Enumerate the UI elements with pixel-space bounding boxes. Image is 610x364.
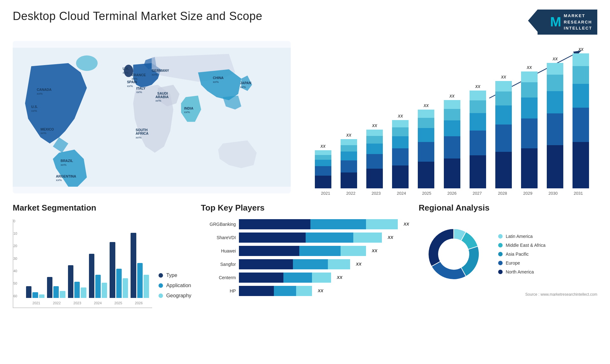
players-list: GRGBankingXXShareVDIXXHuaweiXXSangforXXC… [201, 219, 409, 296]
player-xx-label: XX [372, 248, 377, 253]
player-name: Sangfor [201, 262, 236, 267]
seg-bar [102, 283, 107, 298]
svg-text:xx%: xx% [41, 131, 47, 135]
player-xx-label: XX [403, 222, 409, 226]
regional-legend-item: Latin America [498, 234, 546, 239]
page-header: Desktop Cloud Terminal Market Size and S… [13, 10, 597, 35]
bar-segment [573, 142, 589, 188]
seg-x-label: 2022 [53, 301, 61, 305]
seg-bar [74, 282, 80, 298]
svg-text:xx%: xx% [136, 90, 142, 94]
bar-segment [392, 127, 409, 136]
bar-segment [470, 155, 486, 188]
svg-text:xx%: xx% [127, 84, 133, 87]
bar-segment [366, 169, 383, 188]
bar-segment [366, 136, 383, 144]
seg-y-label: 10 [13, 232, 17, 235]
bar-segment [315, 150, 331, 155]
regional-dot [498, 270, 503, 274]
logo-m-icon: M [550, 14, 561, 30]
player-name: Centerm [201, 275, 236, 280]
bar-segment [547, 91, 563, 113]
seg-x-label: 2025 [114, 301, 122, 305]
seg-x-label: 2026 [135, 301, 143, 305]
bar-year-label: 2028 [490, 191, 515, 196]
bar-stack [418, 110, 434, 188]
svg-text:xx%: xx% [213, 80, 219, 84]
segmentation-title: Market Segmentation [13, 203, 191, 213]
bar-group: XX [416, 104, 436, 188]
regional-dot [498, 252, 503, 256]
bar-year-label: 2021 [313, 191, 338, 196]
bar-segment [495, 105, 512, 125]
player-row: HuaweiXX [201, 246, 409, 256]
bar-xx-label: XX [398, 114, 403, 118]
seg-x-label: 2024 [94, 301, 102, 305]
bar-group: XX [519, 65, 539, 188]
seg-x-label: 2021 [32, 301, 40, 305]
seg-content: 6050403020100 202120222023202420252026 T… [13, 219, 191, 308]
seg-bar-group [68, 222, 86, 298]
regional-section: Regional Analysis Latin AmericaMiddle Ea… [419, 203, 597, 308]
svg-point-1 [76, 55, 98, 71]
svg-text:GERMANY: GERMANY [152, 69, 169, 72]
svg-text:ITALY: ITALY [136, 86, 146, 90]
svg-text:ARGENTINA: ARGENTINA [56, 174, 76, 178]
logo-area: M MARKET RESEARCH INTELLECT [538, 10, 598, 35]
bar-segment [573, 66, 589, 84]
bar-segment [366, 154, 383, 169]
bar-segment [418, 162, 434, 188]
bar-group: XX [339, 133, 359, 188]
bar-group: XX [493, 75, 513, 188]
bar-stack [315, 150, 331, 188]
seg-bar [110, 242, 115, 298]
legend-item: Application [159, 283, 191, 288]
bar-stack [547, 63, 563, 188]
bar-xx-label: XX [321, 144, 326, 149]
legend-dot [159, 273, 163, 278]
bar-segment [341, 172, 357, 188]
svg-text:U.S.: U.S. [31, 104, 38, 108]
seg-y-label: 60 [13, 294, 17, 298]
source-text: Source : www.marketresearchintellect.com [419, 292, 597, 297]
bar-segment [392, 120, 409, 127]
bar-xx-label: XX [552, 57, 558, 61]
bar-year-label: 2027 [464, 191, 490, 196]
seg-y-label: 50 [13, 281, 17, 285]
svg-text:INDIA: INDIA [184, 106, 193, 110]
player-bar-wrap [239, 259, 350, 269]
bar-xx-label: XX [578, 47, 583, 52]
seg-bar [81, 287, 86, 298]
bar-group: XX [545, 57, 565, 188]
seg-bar-group [89, 222, 107, 298]
regional-title: Regional Analysis [419, 203, 597, 213]
svg-text:MEXICO: MEXICO [41, 127, 54, 131]
player-name: Huawei [201, 248, 236, 253]
bar-xx-label: XX [346, 133, 351, 138]
seg-y-label: 0 [13, 219, 17, 223]
regional-dot [498, 243, 503, 247]
map-svg: CANADA xx% U.S. xx% MEXICO xx% BRAZIL xx… [13, 41, 291, 193]
bar-segment [547, 113, 563, 145]
player-bar-wrap [239, 286, 312, 296]
seg-x-labels: 202120222023202420252026 [26, 301, 149, 305]
legend-dot [159, 283, 163, 288]
player-row: CentermXX [201, 273, 409, 283]
svg-text:AFRICA: AFRICA [136, 131, 149, 135]
bar-segment [547, 75, 563, 91]
bar-segment [495, 125, 512, 152]
donut-segment [428, 229, 454, 266]
seg-bar [137, 263, 143, 298]
bar-group: XX [468, 84, 488, 188]
bar-segment [392, 136, 409, 148]
bar-segment [444, 120, 460, 136]
bar-stack [495, 81, 512, 188]
player-xx-label: XX [318, 288, 323, 293]
bar-segment [315, 160, 331, 166]
bar-xx-label: XX [527, 65, 532, 70]
bar-year-label: 2031 [566, 191, 591, 196]
bar-segment [495, 152, 512, 188]
bar-year-label: 2023 [363, 191, 389, 196]
bar-segment [315, 176, 331, 188]
bar-xx-label: XX [372, 124, 377, 128]
